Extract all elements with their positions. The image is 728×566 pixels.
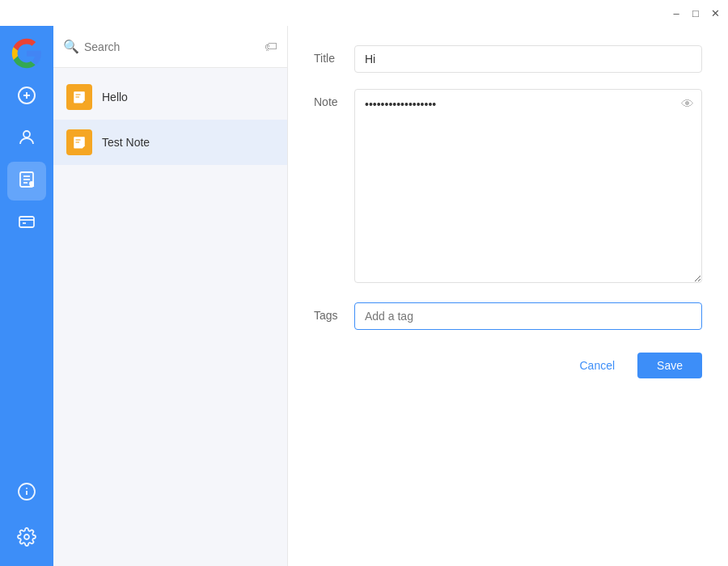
settings-icon xyxy=(17,527,36,550)
user-icon xyxy=(17,128,36,150)
title-field xyxy=(354,45,702,73)
google-logo-icon xyxy=(11,38,42,69)
list-item[interactable]: Test Note xyxy=(53,120,287,165)
title-row: Title xyxy=(314,45,702,73)
tags-field xyxy=(354,302,702,330)
form-actions: Cancel Save xyxy=(314,353,702,378)
svg-point-3 xyxy=(23,131,30,137)
eye-icon[interactable]: 👁 xyxy=(681,97,694,112)
notes-list: Hello Test Note xyxy=(53,68,287,566)
note-icon xyxy=(66,129,92,155)
sidebar-item-notes[interactable]: A xyxy=(7,162,46,201)
tag-icon[interactable]: 🏷 xyxy=(265,40,277,54)
svg-text:A: A xyxy=(31,182,34,187)
sidebar-item-info[interactable] xyxy=(7,474,46,513)
note-label: Note xyxy=(314,89,354,108)
note-textarea[interactable] xyxy=(354,89,702,283)
search-icon: 🔍 xyxy=(63,39,79,54)
note-row: Note 👁 xyxy=(314,89,702,286)
sidebar-item-card[interactable] xyxy=(7,204,46,243)
svg-rect-10 xyxy=(19,217,34,227)
search-bar: 🔍 🏷 xyxy=(53,26,287,68)
svg-point-15 xyxy=(27,488,28,489)
sidebar: A xyxy=(0,26,53,566)
tags-row: Tags xyxy=(314,302,702,330)
tags-label: Tags xyxy=(314,302,354,322)
card-icon xyxy=(17,212,36,234)
app-layout: A xyxy=(0,26,728,566)
save-button[interactable]: Save xyxy=(637,353,702,378)
cancel-button[interactable]: Cancel xyxy=(566,353,628,378)
notes-icon: A xyxy=(17,170,36,192)
close-button[interactable]: ✕ xyxy=(709,6,722,19)
title-label: Title xyxy=(314,45,354,65)
sidebar-item-add[interactable] xyxy=(7,78,46,116)
sticky-note-icon xyxy=(72,135,87,150)
list-item[interactable]: Hello xyxy=(53,74,287,120)
minimize-button[interactable]: – xyxy=(670,6,683,19)
sidebar-item-settings[interactable] xyxy=(7,519,46,558)
detail-panel: Title Note 👁 Tags Cancel Save xyxy=(288,26,728,566)
title-input[interactable] xyxy=(354,45,702,73)
search-input[interactable] xyxy=(84,40,260,53)
info-icon xyxy=(17,482,36,505)
svg-point-16 xyxy=(24,534,29,539)
note-title: Hello xyxy=(102,91,128,103)
maximize-button[interactable]: □ xyxy=(689,6,702,19)
sidebar-bottom xyxy=(7,472,46,560)
sticky-note-icon xyxy=(72,90,87,104)
note-title: Test Note xyxy=(102,136,150,149)
note-icon xyxy=(66,84,92,110)
plus-icon xyxy=(17,86,36,108)
title-bar: – □ ✕ xyxy=(0,0,728,26)
logo-button[interactable] xyxy=(7,34,46,73)
list-panel: 🔍 🏷 Hello xyxy=(53,26,288,566)
tags-input[interactable] xyxy=(354,302,702,330)
sidebar-item-profile[interactable] xyxy=(7,120,46,158)
note-field: 👁 xyxy=(354,89,702,286)
